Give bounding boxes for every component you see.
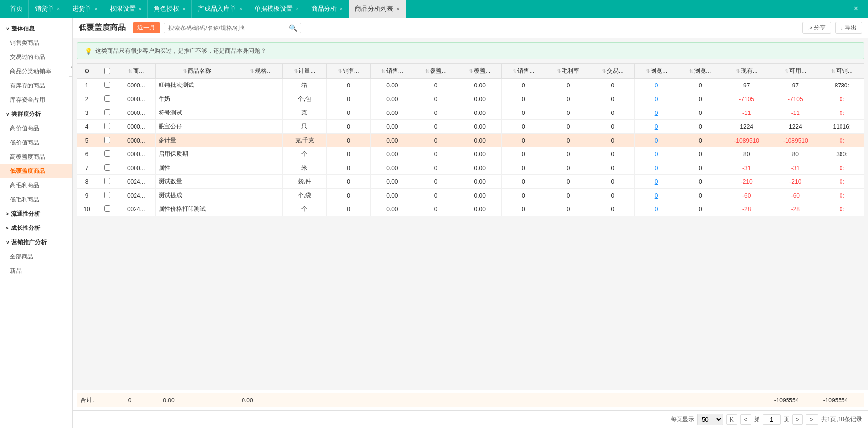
- sidebar-item-stocked-goods[interactable]: 有库存的商品: [0, 79, 72, 93]
- sort-icon[interactable]: ⇅: [602, 68, 606, 74]
- row-checkbox[interactable]: [97, 134, 117, 147]
- row-name[interactable]: 测试提成: [155, 189, 239, 202]
- last-page-button[interactable]: >|: [806, 414, 818, 425]
- row-select-checkbox[interactable]: [104, 95, 110, 102]
- row-browse1[interactable]: 0: [634, 189, 678, 202]
- sort-icon[interactable]: ⇅: [183, 68, 187, 74]
- sidebar-collapse-button[interactable]: «: [69, 57, 73, 77]
- current-page-input[interactable]: [763, 414, 781, 425]
- col-settings[interactable]: ⚙: [77, 64, 97, 79]
- row-checkbox[interactable]: [97, 175, 117, 189]
- close-icon[interactable]: ×: [239, 6, 242, 12]
- row-checkbox[interactable]: [97, 202, 117, 216]
- date-filter-button[interactable]: 近一月: [133, 22, 160, 33]
- row-browse1[interactable]: 0: [634, 147, 678, 161]
- row-checkbox[interactable]: [97, 189, 117, 202]
- sidebar-item-new-goods[interactable]: 新品: [0, 264, 72, 278]
- window-close-button[interactable]: ×: [848, 4, 864, 13]
- close-icon[interactable]: ×: [94, 6, 97, 12]
- sort-icon[interactable]: ⇅: [338, 68, 342, 74]
- nav-goods-analysis[interactable]: 商品分析 ×: [305, 0, 349, 18]
- sort-icon[interactable]: ⇅: [381, 68, 385, 74]
- row-browse1[interactable]: 0: [634, 202, 678, 216]
- sidebar-item-high-coverage[interactable]: 高覆盖度商品: [0, 150, 72, 164]
- sort-icon[interactable]: ⇅: [785, 68, 788, 74]
- next-page-button[interactable]: >: [792, 414, 803, 425]
- row-select-checkbox[interactable]: [104, 109, 110, 115]
- row-browse1[interactable]: 0: [634, 79, 678, 92]
- sort-icon[interactable]: ⇅: [736, 68, 740, 74]
- sidebar-item-low-value[interactable]: 低价值商品: [0, 136, 72, 150]
- row-checkbox[interactable]: [97, 120, 117, 134]
- row-name[interactable]: 启用保质期: [155, 147, 239, 161]
- select-all-checkbox[interactable]: [104, 68, 110, 74]
- sort-icon[interactable]: ⇅: [831, 68, 835, 74]
- row-browse1[interactable]: 0: [634, 120, 678, 134]
- nav-sales[interactable]: 销货单 ×: [29, 0, 66, 18]
- share-button[interactable]: ↗ 分享: [802, 22, 831, 34]
- sort-icon[interactable]: ⇅: [128, 68, 132, 74]
- sort-icon[interactable]: ⇅: [294, 68, 298, 74]
- row-checkbox[interactable]: [97, 79, 117, 92]
- close-icon[interactable]: ×: [396, 6, 399, 12]
- search-icon[interactable]: 🔍: [289, 24, 297, 32]
- nav-home[interactable]: 首页: [4, 0, 29, 18]
- nav-purchase[interactable]: 进货单 ×: [66, 0, 104, 18]
- sort-icon[interactable]: ⇅: [513, 68, 516, 74]
- sort-icon[interactable]: ⇅: [646, 68, 650, 74]
- row-select-checkbox[interactable]: [104, 164, 110, 171]
- row-select-checkbox[interactable]: [104, 123, 110, 129]
- close-icon[interactable]: ×: [296, 6, 298, 12]
- close-icon[interactable]: ×: [182, 6, 185, 12]
- row-browse1[interactable]: 0: [634, 106, 678, 120]
- nav-production[interactable]: 产成品入库单 ×: [192, 0, 248, 18]
- nav-permissions[interactable]: 权限设置 ×: [104, 0, 148, 18]
- nav-template[interactable]: 单据模板设置 ×: [248, 0, 305, 18]
- page-size-select[interactable]: 50 20 100: [697, 414, 723, 425]
- nav-roles[interactable]: 角色授权 ×: [148, 0, 191, 18]
- sidebar-section-overall[interactable]: ∨ 整体信息: [0, 22, 72, 36]
- row-name[interactable]: 符号测试: [155, 106, 239, 120]
- export-button[interactable]: ↓ 导出: [835, 22, 862, 34]
- row-name[interactable]: 属性价格打印测试: [155, 202, 239, 216]
- row-browse1[interactable]: 0: [634, 134, 678, 147]
- sort-icon[interactable]: ⇅: [425, 68, 429, 74]
- row-browse1[interactable]: 0: [634, 161, 678, 175]
- sidebar-section-cluster[interactable]: ∨ 类群度分析: [0, 107, 72, 121]
- sidebar-item-low-coverage[interactable]: 低覆盖度商品: [0, 164, 72, 178]
- sort-icon[interactable]: ⇅: [689, 68, 693, 74]
- row-name[interactable]: 眼宝公仔: [155, 120, 239, 134]
- row-select-checkbox[interactable]: [104, 137, 110, 143]
- row-name[interactable]: 旺铺批次测试: [155, 79, 239, 92]
- close-icon[interactable]: ×: [138, 6, 141, 12]
- row-checkbox[interactable]: [97, 106, 117, 120]
- row-checkbox[interactable]: [97, 92, 117, 106]
- row-browse1[interactable]: 0: [634, 175, 678, 189]
- sidebar-item-all-goods[interactable]: 全部商品: [0, 250, 72, 264]
- search-input[interactable]: [168, 25, 289, 31]
- close-icon[interactable]: ×: [340, 6, 343, 12]
- row-select-checkbox[interactable]: [104, 82, 110, 88]
- row-browse1[interactable]: 0: [634, 92, 678, 106]
- close-icon[interactable]: ×: [57, 6, 60, 12]
- row-name[interactable]: 多计量: [155, 134, 239, 147]
- sidebar-item-category-rate[interactable]: 商品分类动销率: [0, 64, 72, 79]
- sort-icon[interactable]: ⇅: [250, 68, 254, 74]
- sidebar-item-capital-usage[interactable]: 库存资金占用: [0, 93, 72, 107]
- row-select-checkbox[interactable]: [104, 192, 110, 198]
- sidebar-item-high-value[interactable]: 高价值商品: [0, 121, 72, 136]
- row-checkbox[interactable]: [97, 161, 117, 175]
- nav-goods-analysis-list[interactable]: 商品分析列表 ×: [349, 0, 406, 18]
- row-select-checkbox[interactable]: [104, 150, 110, 157]
- sidebar-item-traded-goods[interactable]: 交易过的商品: [0, 50, 72, 64]
- sidebar-section-marketing[interactable]: ∨ 营销推广分析: [0, 235, 72, 250]
- row-name[interactable]: 牛奶: [155, 92, 239, 106]
- row-checkbox[interactable]: [97, 147, 117, 161]
- sidebar-item-low-margin[interactable]: 低毛利商品: [0, 193, 72, 207]
- prev-page-button[interactable]: <: [740, 414, 751, 425]
- row-name[interactable]: 属性: [155, 161, 239, 175]
- sidebar-item-high-margin[interactable]: 高毛利商品: [0, 178, 72, 193]
- row-name[interactable]: 测试数量: [155, 175, 239, 189]
- sidebar-section-growth[interactable]: > 成长性分析: [0, 221, 72, 235]
- sidebar-section-flow[interactable]: > 流通性分析: [0, 207, 72, 221]
